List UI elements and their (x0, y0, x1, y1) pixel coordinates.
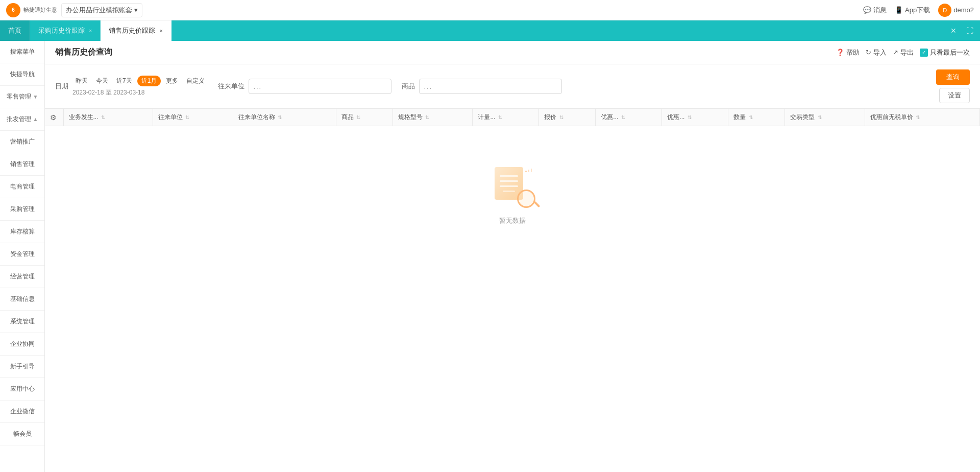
sidebar-quicknav-label: 快捷导航 (10, 70, 35, 79)
sidebar-item-retail[interactable]: 零售管理 ▼ (0, 86, 44, 108)
sort-icon-trxtype[interactable]: ⇅ (818, 114, 822, 120)
th-trxtype: 交易类型 ⇅ (785, 109, 865, 126)
sort-icon-notax[interactable]: ⇅ (916, 114, 920, 120)
tab-sales-close[interactable]: × (159, 28, 162, 34)
filter-area: 日期 昨天 今天 近7天 近1月 更多 自定义 2023-02-18 至 202… (45, 64, 980, 109)
sort-icon-quotedprice[interactable]: ⇅ (559, 114, 564, 120)
export-icon: ↗ (893, 49, 898, 56)
message-label: 消息 (873, 6, 887, 15)
th-product-label: 商品 (341, 113, 354, 121)
date-btn-more[interactable]: 更多 (163, 76, 181, 86)
th-quotedprice-label: 报价 (544, 113, 556, 121)
sort-icon-partnername[interactable]: ⇅ (278, 114, 282, 120)
doc-line-4 (503, 191, 515, 192)
table-container: ⚙ 业务发生... ⇅ 往来单位 ⇅ 往来单位名称 ⇅ (45, 109, 980, 472)
tab-purchase[interactable]: 采购历史价跟踪 × (30, 20, 101, 41)
th-spec: 规格型号 ⇅ (393, 109, 473, 126)
partner-placeholder: ... (253, 83, 262, 90)
doc-line-3 (500, 185, 518, 187)
sidebar-item-sales-mgmt[interactable]: 销售管理 (0, 153, 44, 176)
table-head: ⚙ 业务发生... ⇅ 往来单位 ⇅ 往来单位名称 ⇅ (45, 109, 980, 126)
query-button[interactable]: 查询 (936, 69, 970, 85)
empty-illustration (489, 167, 535, 208)
import-btn[interactable]: ↻ 导入 (866, 48, 887, 57)
dot-1 (525, 171, 527, 172)
message-btn[interactable]: 💬 消息 (863, 6, 887, 15)
th-bizdate-label: 业务发生... (69, 113, 99, 121)
tab-sales[interactable]: 销售历史价跟踪 × (101, 20, 171, 41)
app-download-btn[interactable]: 📱 App下载 (895, 6, 930, 15)
logo-icon: 6 (6, 3, 20, 17)
import-label: 导入 (873, 48, 887, 57)
sort-icon-discount1[interactable]: ⇅ (621, 114, 625, 120)
user-menu[interactable]: D demo2 (938, 4, 974, 17)
th-unit-label: 计量... (478, 113, 495, 121)
sidebar-item-newguide[interactable]: 新手引导 (0, 356, 44, 378)
main-layout: 搜索菜单 快捷导航 零售管理 ▼ 批发管理 ▲ 营销推广 销售管理 电商管理 采… (0, 41, 980, 472)
date-btn-7days[interactable]: 近7天 (113, 76, 135, 86)
app-selector[interactable]: 办公用品行业模拟账套 ▾ (61, 3, 142, 17)
sidebar-item-search[interactable]: 搜索菜单 (0, 41, 44, 63)
message-icon: 💬 (863, 6, 871, 14)
export-label: 导出 (900, 48, 914, 57)
sort-icon-product[interactable]: ⇅ (356, 114, 360, 120)
tab-purchase-close[interactable]: × (89, 28, 92, 34)
tab-bar: 首页 采购历史价跟踪 × 销售历史价跟踪 × ✕ ⛶ (0, 20, 980, 41)
th-discount1: 优惠... ⇅ (596, 109, 662, 126)
checkbox-checked-icon: ✓ (920, 49, 928, 57)
sort-icon-discount2[interactable]: ⇅ (688, 114, 692, 120)
sidebar-enterprise-label: 企业协同 (10, 340, 35, 348)
th-notax-label: 优惠前无税单价 (870, 113, 913, 121)
sidebar-item-system[interactable]: 系统管理 (0, 311, 44, 333)
sort-icon-partner[interactable]: ⇅ (185, 114, 189, 120)
tab-home[interactable]: 首页 (0, 20, 30, 41)
sidebar-item-member[interactable]: 畅会员 (0, 423, 44, 445)
only-last-checkbox[interactable]: ✓ 只看最后一次 (920, 48, 970, 57)
sidebar-item-appcenter[interactable]: 应用中心 (0, 378, 44, 400)
magnifier-handle (534, 201, 541, 208)
sidebar-item-corpwechat[interactable]: 企业微信 (0, 400, 44, 423)
sidebar-item-basicinfo[interactable]: 基础信息 (0, 288, 44, 311)
sidebar-item-ecommerce[interactable]: 电商管理 (0, 176, 44, 198)
top-bar: 6 畅捷通好生意 办公用品行业模拟账套 ▾ 💬 消息 📱 App下载 D dem… (0, 0, 980, 20)
help-icon: ❓ (836, 49, 844, 56)
empty-state: 暂无数据 (45, 126, 980, 266)
settings-button[interactable]: 设置 (939, 88, 970, 103)
product-filter-group: 商品 ... (402, 79, 562, 94)
magnifier-circle (517, 190, 535, 208)
date-btn-yesterday[interactable]: 昨天 (72, 76, 91, 86)
th-partnername: 往来单位名称 ⇅ (233, 109, 336, 126)
sidebar-item-purchase-mgmt[interactable]: 采购管理 (0, 198, 44, 221)
page-header: 销售历史价查询 ❓ 帮助 ↻ 导入 ↗ 导出 ✓ 只看最后一次 (45, 41, 980, 64)
sidebar-search-label: 搜索菜单 (10, 48, 35, 56)
sort-icon-bizdate[interactable]: ⇅ (101, 114, 105, 120)
sidebar-item-enterprise[interactable]: 企业协同 (0, 333, 44, 356)
export-btn[interactable]: ↗ 导出 (893, 48, 914, 57)
sidebar-item-quicknav[interactable]: 快捷导航 (0, 63, 44, 86)
sidebar-finance-label: 资金管理 (10, 250, 35, 258)
sidebar-item-marketing[interactable]: 营销推广 (0, 131, 44, 153)
help-btn[interactable]: ❓ 帮助 (836, 48, 860, 57)
th-partner-label: 往来单位 (158, 113, 183, 121)
date-btn-today[interactable]: 今天 (93, 76, 111, 86)
product-filter-input[interactable]: ... (419, 79, 562, 94)
sidebar-item-operations[interactable]: 经营管理 (0, 266, 44, 288)
th-gear: ⚙ (45, 109, 63, 126)
sidebar-item-inventory[interactable]: 库存核算 (0, 221, 44, 243)
partner-filter-input[interactable]: ... (249, 79, 391, 94)
dropdown-icon: ▾ (134, 6, 138, 14)
sort-icon-spec[interactable]: ⇅ (425, 114, 429, 120)
gear-settings-icon[interactable]: ⚙ (50, 113, 57, 122)
window-close-btn[interactable]: ✕ (947, 25, 960, 37)
sidebar-item-finance[interactable]: 资金管理 (0, 243, 44, 266)
tab-purchase-label: 采购历史价跟踪 (38, 26, 85, 35)
sort-icon-qty[interactable]: ⇅ (749, 114, 753, 120)
avatar: D (938, 4, 951, 17)
window-maximize-btn[interactable]: ⛶ (964, 25, 976, 37)
sidebar-item-wholesale[interactable]: 批发管理 ▲ (0, 108, 44, 131)
help-label: 帮助 (846, 48, 860, 57)
date-btn-custom[interactable]: 自定义 (183, 76, 208, 86)
sort-icon-unit[interactable]: ⇅ (498, 114, 502, 120)
date-filter-group: 日期 昨天 今天 近7天 近1月 更多 自定义 2023-02-18 至 202… (55, 76, 208, 97)
date-btn-1month[interactable]: 近1月 (137, 76, 161, 86)
